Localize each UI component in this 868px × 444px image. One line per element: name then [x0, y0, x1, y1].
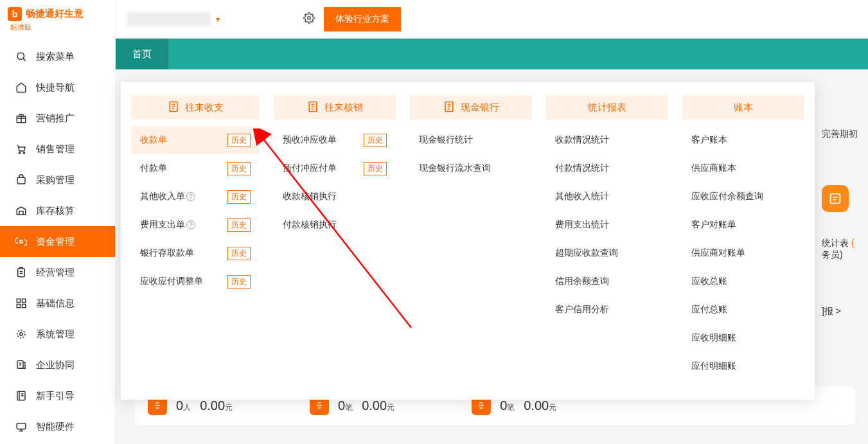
mega-menu-item[interactable]: 超期应收款查询 [546, 239, 668, 267]
sidebar-item-home[interactable]: 快捷导航 [0, 72, 115, 103]
tab-home[interactable]: 首页 [116, 39, 168, 69]
sidebar: b 畅捷通好生意 标准版 搜索菜单快捷导航营销推广销售管理采购管理库存核算资金管… [0, 0, 116, 444]
settings-gear-icon[interactable] [303, 12, 315, 26]
svg-rect-7 [17, 299, 20, 302]
mega-column-header: 往来收支 [131, 95, 260, 120]
mega-menu-item[interactable]: 客户账本 [682, 126, 804, 154]
mega-column-title: 账本 [734, 102, 753, 114]
svg-rect-15 [17, 423, 26, 429]
mega-column-title: 统计报表 [588, 102, 626, 114]
mega-menu-item[interactable]: 收款单历史 [131, 126, 260, 154]
gift-icon [15, 112, 27, 124]
sidebar-item-grid[interactable]: 基础信息 [0, 288, 115, 319]
mega-item-label: 费用支出单? [140, 219, 195, 231]
mega-menu-item[interactable]: 客户信用分析 [546, 296, 668, 324]
mega-item-label: 其他收入统计 [555, 191, 609, 202]
mega-menu-item[interactable]: 供应商账本 [682, 154, 804, 182]
mega-item-label: 收款核销执行 [283, 191, 337, 202]
company-selector[interactable]: ▾ [127, 12, 294, 26]
mega-menu-item[interactable]: 付款情况统计 [546, 154, 668, 182]
history-button[interactable]: 历史 [364, 162, 387, 175]
sidebar-item-clipboard[interactable]: 经营管理 [0, 257, 115, 288]
sidebar-item-book[interactable]: 新手引导 [0, 380, 115, 411]
sidebar-item-label: 库存核算 [36, 205, 75, 217]
mega-column: 现金银行现金银行统计现金银行流水查询 [406, 95, 536, 380]
mega-menu-item[interactable]: 应收应付调整单历史 [131, 267, 260, 296]
mega-menu-item[interactable]: 现金银行流水查询 [410, 154, 532, 182]
topbar: ▾ 体验行业方案 [116, 0, 868, 39]
stat-count: 0人 [176, 398, 191, 413]
mega-menu-item[interactable]: 费用支出统计 [546, 211, 668, 239]
history-button[interactable]: 历史 [227, 190, 251, 204]
history-button[interactable]: 历史 [227, 162, 251, 175]
mega-menu-item[interactable]: 其他收入单?历史 [131, 182, 260, 211]
history-button[interactable]: 历史 [227, 247, 251, 260]
sidebar-item-label: 企业协同 [36, 359, 75, 371]
snippet-text[interactable]: ]报 > [822, 306, 868, 317]
mega-item-label: 银行存取款单 [140, 247, 194, 259]
mega-menu-item[interactable]: 其他收入统计 [546, 182, 668, 211]
mega-column-header: 往来核销 [274, 95, 396, 120]
mega-menu-item[interactable]: 客户对账单 [682, 211, 804, 239]
mega-menu-item[interactable]: 付款单历史 [131, 154, 260, 182]
mega-menu-item[interactable]: 应收总账 [682, 267, 804, 296]
grid-icon [15, 297, 27, 309]
mega-item-label: 应付总账 [691, 304, 727, 315]
mega-item-label: 预付冲应付单 [283, 163, 337, 174]
history-button[interactable]: 历史 [364, 134, 387, 147]
mega-column-header: 统计报表 [546, 95, 668, 120]
sidebar-item-gift[interactable]: 营销推广 [0, 103, 115, 134]
mega-menu-item[interactable]: 应付总账 [682, 296, 804, 324]
svg-point-16 [308, 17, 311, 20]
right-edge-content: 完善期初 统计表 ( 务员) ]报 > [822, 129, 868, 362]
brand-name: 畅捷通好生意 [26, 8, 84, 20]
mega-column-title: 往来收支 [185, 102, 224, 114]
mega-menu-item[interactable]: 现金银行统计 [410, 126, 532, 154]
clipboard-icon [15, 267, 27, 278]
gear-icon [15, 328, 27, 340]
document-icon [306, 100, 319, 115]
mega-item-label: 其他收入单? [140, 191, 195, 202]
svg-rect-4 [17, 177, 25, 184]
sidebar-item-search[interactable]: 搜索菜单 [0, 41, 115, 72]
mega-item-label: 费用支出统计 [555, 219, 609, 231]
mega-menu-item[interactable]: 费用支出单?历史 [131, 211, 260, 239]
mega-column: 往来核销预收冲应收单历史预付冲应付单历史收款核销执行付款核销执行 [270, 95, 400, 380]
mega-menu-item[interactable]: 应收明细账 [682, 324, 804, 352]
money-icon [15, 236, 27, 247]
mega-menu-item[interactable]: 供应商对账单 [682, 239, 804, 267]
mega-item-label: 应收明细账 [691, 332, 736, 344]
sidebar-item-money[interactable]: 资金管理 [0, 226, 115, 257]
sidebar-item-device[interactable]: 智能硬件 [0, 411, 115, 442]
sidebar-item-cart[interactable]: 销售管理 [0, 134, 115, 164]
mega-menu-item[interactable]: 收款情况统计 [546, 126, 668, 154]
svg-point-5 [20, 240, 23, 244]
svg-point-2 [19, 152, 21, 154]
mega-menu: 往来收支收款单历史付款单历史其他收入单?历史费用支出单?历史银行存取款单历史应收… [121, 82, 815, 400]
logo-area: b 畅捷通好生意 标准版 [0, 0, 115, 39]
help-icon[interactable]: ? [186, 192, 195, 201]
mega-menu-item[interactable]: 预付冲应付单历史 [274, 154, 396, 182]
mega-menu-item[interactable]: 付款核销执行 [274, 211, 396, 239]
history-button[interactable]: 历史 [227, 275, 251, 289]
history-button[interactable]: 历史 [227, 218, 251, 232]
sidebar-item-bag[interactable]: 采购管理 [0, 164, 115, 195]
mega-menu-item[interactable]: 应付明细账 [682, 352, 804, 380]
mega-column: 账本客户账本供应商账本应收应付余额查询客户对账单供应商对账单应收总账应付总账应收… [678, 95, 808, 380]
mega-item-label: 应收应付余额查询 [691, 191, 763, 202]
sidebar-item-label: 快捷导航 [36, 82, 75, 94]
mega-item-label: 客户信用分析 [555, 304, 609, 315]
orange-badge-icon[interactable] [822, 185, 849, 212]
sidebar-item-gear[interactable]: 系统管理 [0, 319, 115, 350]
mega-menu-item[interactable]: 预收冲应收单历史 [274, 126, 396, 154]
industry-plan-button[interactable]: 体验行业方案 [324, 7, 401, 31]
mega-menu-item[interactable]: 收款核销执行 [274, 182, 396, 211]
mega-item-label: 供应商对账单 [691, 247, 745, 259]
help-icon[interactable]: ? [186, 220, 195, 229]
sidebar-item-warehouse[interactable]: 库存核算 [0, 195, 115, 226]
mega-menu-item[interactable]: 应收应付余额查询 [682, 182, 804, 211]
history-button[interactable]: 历史 [227, 134, 251, 147]
mega-menu-item[interactable]: 银行存取款单历史 [131, 239, 260, 267]
sidebar-item-team[interactable]: 企业协同 [0, 350, 115, 380]
mega-menu-item[interactable]: 信用余额查询 [546, 267, 668, 296]
